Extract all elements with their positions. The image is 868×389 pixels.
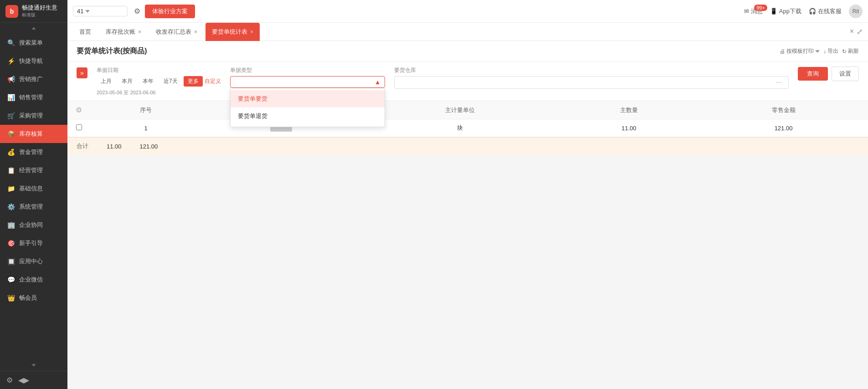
- type-label-text: 单据类型: [230, 67, 252, 74]
- sidebar-item-guide[interactable]: 🎯新手引导: [0, 234, 67, 252]
- collapse-icon[interactable]: ◀▶: [18, 376, 29, 384]
- sidebar-label-system: 系统管理: [19, 203, 43, 211]
- sidebar-item-inventory[interactable]: 📦库存核算: [0, 125, 67, 143]
- sidebar-label-member: 畅会员: [19, 294, 37, 302]
- table-row: 1 块 11.00 121.00: [67, 119, 868, 137]
- sidebar-item-system[interactable]: ⚙️系统管理: [0, 198, 67, 216]
- dropdown-item-要货单退货[interactable]: 要货单退货: [231, 107, 385, 125]
- data-table-wrap: ⚙ 序号 商品 主计量单位 主数量 零售金额 1 块 11.00 121.00: [67, 101, 868, 137]
- tab-close-inventory-batch[interactable]: ×: [138, 29, 141, 35]
- sidebar-bottom: ⚙ ◀▶: [0, 371, 67, 389]
- message-button[interactable]: ✉ 消息 99+: [744, 7, 763, 15]
- expand-window-icon[interactable]: ⤢: [857, 27, 863, 36]
- row-amount: 121.00: [699, 119, 868, 137]
- type-input-wrap[interactable]: ▲: [230, 76, 385, 88]
- app-logo-icon: b: [5, 5, 18, 18]
- module-number: 41: [77, 8, 83, 15]
- date-btn-上月[interactable]: 上月: [97, 76, 116, 87]
- topbar-right: ✉ 消息 99+ 📱 App下载 🎧 在线客服 Rit: [744, 5, 863, 18]
- finance-icon: 💰: [6, 148, 15, 156]
- topbar-gear-icon[interactable]: ⚙: [134, 7, 140, 15]
- th-seq: 序号: [90, 101, 201, 119]
- th-unit: 主计量单位: [361, 101, 559, 119]
- sidebar-item-sales[interactable]: 📊销售管理: [0, 88, 67, 107]
- th-settings[interactable]: ⚙: [67, 101, 90, 119]
- app-title: 畅捷通好生意: [22, 4, 57, 12]
- refresh-button[interactable]: ↻ 刷新: [842, 47, 859, 55]
- print-chevron-icon: [815, 50, 820, 53]
- sidebar-label-operation: 经营管理: [19, 166, 43, 174]
- sidebar-item-wechat[interactable]: 💬企业微信: [0, 271, 67, 289]
- th-qty: 主数量: [559, 101, 699, 119]
- sidebar-item-enterprise[interactable]: 🏢企业协同: [0, 216, 67, 234]
- tab-close-receivables[interactable]: ×: [194, 29, 197, 35]
- date-shortcuts: 上月本月本年近7天更多自定义: [97, 76, 221, 87]
- type-chevron-up-icon[interactable]: ▲: [375, 78, 381, 86]
- message-icon: ✉: [744, 8, 749, 15]
- main-area: 41 ⚙ 体验行业方案 ✉ 消息 99+ 📱 App下载 🎧 在线客服 Rit: [67, 0, 868, 389]
- tab-inventory-batch[interactable]: 库存批次账×: [99, 23, 148, 41]
- filter-settings-button[interactable]: 设置: [832, 67, 859, 81]
- row-qty: 11.00: [559, 119, 699, 137]
- dropdown-item-要货单要货[interactable]: 要货单要货: [231, 90, 385, 107]
- filter-expand-button[interactable]: »: [77, 67, 87, 78]
- settings-col-icon[interactable]: ⚙: [76, 106, 82, 114]
- sidebar-item-purchase[interactable]: 🛒采购管理: [0, 107, 67, 125]
- customer-service-button[interactable]: 🎧 在线客服: [809, 7, 842, 15]
- message-badge: 99+: [754, 5, 767, 11]
- sidebar-label-enterprise: 企业协同: [19, 221, 43, 229]
- warehouse-input-wrap[interactable]: ···: [394, 76, 789, 89]
- sidebar-scroll-up[interactable]: [0, 23, 67, 34]
- inventory-icon: 📦: [6, 130, 15, 138]
- tab-home[interactable]: 首页: [73, 23, 98, 41]
- sidebar-label-basic: 基础信息: [19, 184, 43, 193]
- type-input[interactable]: [234, 79, 375, 86]
- data-table: ⚙ 序号 商品 主计量单位 主数量 零售金额 1 块 11.00 121.00: [67, 101, 868, 137]
- tabs-bar: 首页库存批次账×收发存汇总表×要货单统计表××⤢: [67, 23, 868, 41]
- module-selector[interactable]: 41: [73, 6, 128, 16]
- sidebar-item-basic[interactable]: 📁基础信息: [0, 179, 67, 198]
- date-btn-近7天[interactable]: 近7天: [159, 76, 182, 87]
- total-label: 合计: [77, 142, 88, 150]
- sidebar-label-search: 搜索菜单: [19, 39, 43, 47]
- warehouse-input[interactable]: [398, 79, 776, 86]
- warehouse-ellipsis-icon[interactable]: ···: [776, 78, 782, 87]
- sidebar-item-search[interactable]: 🔍搜索菜单: [0, 34, 67, 52]
- user-avatar[interactable]: Rit: [849, 5, 863, 18]
- sidebar-scroll-down[interactable]: [0, 360, 67, 371]
- sidebar-label-finance: 资金管理: [19, 148, 43, 156]
- sidebar-item-member[interactable]: 👑畅会员: [0, 289, 67, 307]
- purchase-icon: 🛒: [6, 112, 15, 119]
- tab-close-order-stats[interactable]: ×: [250, 29, 253, 35]
- date-filter-group: 单据日期 上月本月本年近7天更多自定义 2023-05-06 至 2023-06…: [97, 67, 221, 96]
- settings-icon[interactable]: ⚙: [6, 376, 13, 384]
- row-checkbox[interactable]: [67, 119, 90, 137]
- date-btn-本月[interactable]: 本月: [118, 76, 137, 87]
- date-btn-更多[interactable]: 更多: [184, 76, 203, 87]
- sidebar-item-quicknav[interactable]: ⚡快捷导航: [0, 52, 67, 70]
- query-button[interactable]: 查询: [798, 67, 828, 81]
- avatar-text: Rit: [853, 8, 859, 15]
- type-dropdown: 要货单要货要货单退货: [230, 88, 385, 127]
- tab-receivables[interactable]: 收发存汇总表×: [149, 23, 204, 41]
- sidebar: b 畅捷通好生意 标准版 🔍搜索菜单⚡快捷导航📢营销推广📊销售管理🛒采购管理📦库…: [0, 0, 67, 389]
- row-check[interactable]: [76, 124, 82, 130]
- app-download-button[interactable]: 📱 App下载: [770, 7, 801, 15]
- sidebar-item-appstore[interactable]: 🔲应用中心: [0, 252, 67, 271]
- print-button[interactable]: 🖨 按模板打印: [780, 47, 820, 55]
- sidebar-item-finance[interactable]: 💰资金管理: [0, 143, 67, 161]
- app-icon: 📱: [770, 8, 777, 15]
- custom-date-link[interactable]: 自定义: [205, 77, 221, 85]
- print-label: 按模板打印: [786, 47, 814, 55]
- search-icon: 🔍: [6, 39, 15, 46]
- sidebar-item-marketing[interactable]: 📢营销推广: [0, 70, 67, 88]
- export-button[interactable]: ↓ 导出: [823, 47, 838, 55]
- sidebar-item-operation[interactable]: 📋经营管理: [0, 161, 67, 179]
- date-btn-本年[interactable]: 本年: [139, 76, 158, 87]
- app-title-block: 畅捷通好生意 标准版: [22, 4, 57, 18]
- trial-industry-button[interactable]: 体验行业方案: [145, 5, 195, 18]
- close-window-icon[interactable]: ×: [850, 27, 854, 36]
- tab-order-stats[interactable]: 要货单统计表×: [205, 23, 260, 41]
- topbar: 41 ⚙ 体验行业方案 ✉ 消息 99+ 📱 App下载 🎧 在线客服 Rit: [67, 0, 868, 23]
- page-header: 要货单统计表(按商品) 🖨 按模板打印 ↓ 导出 ↻ 刷新: [67, 41, 868, 62]
